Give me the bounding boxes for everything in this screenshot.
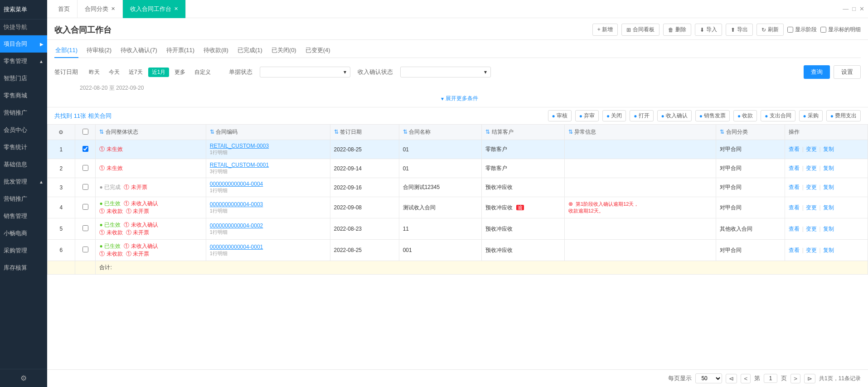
contract-link-3[interactable]: 0000000000004-0004 [210,181,263,187]
filter-tab-pending-confirm[interactable]: 待收入确认(7) [120,44,158,58]
row-check-3[interactable] [75,178,96,197]
sidebar-item-inventory[interactable]: 库存核算 [0,259,47,276]
review-btn[interactable]: ● 审核 [548,110,572,121]
contract-link-1[interactable]: RETAIL_CUSTOM-0003 [210,143,269,149]
import-button[interactable]: ⬇ 导入 [695,24,722,36]
sidebar-item-smart-store[interactable]: 智慧门店 [0,70,47,87]
close-tab-income-workbench[interactable]: ✕ [174,6,178,12]
copy-link-5[interactable]: 复制 [823,226,834,232]
sidebar-quick-nav[interactable]: 快捷导航 [0,19,47,35]
sidebar-search[interactable]: 搜索菜单 [0,0,47,19]
sidebar-item-retail-mall[interactable]: 零售商城 [0,87,47,104]
income-confirm-select[interactable]: ▾ [400,67,491,77]
row-check-6[interactable] [75,240,96,261]
sidebar-item-ecommerce[interactable]: 小畅电商 [0,225,47,242]
new-button[interactable]: + 新增 [592,24,618,36]
sales-invoice-btn[interactable]: ● 销售发票 [695,110,730,121]
date-btn-custom[interactable]: 自定义 [191,68,214,77]
sidebar-item-sales-mgmt[interactable]: 销售管理 [0,208,47,225]
sidebar-item-project[interactable]: 项目合同 ▶ [0,35,47,53]
sidebar-item-retail-stats[interactable]: 零售统计 [0,139,47,156]
date-btn-yesterday[interactable]: 昨天 [85,68,103,77]
copy-link-6[interactable]: 复制 [823,247,834,253]
expand-conditions-btn[interactable]: ▾ 展开更多条件 [441,95,478,102]
filter-tab-completed[interactable]: 已完成(1) [237,44,263,58]
outgoing-btn[interactable]: ● 支出合同 [761,110,795,121]
select-all-checkbox[interactable] [82,129,88,135]
sidebar-item-retail[interactable]: 零售管理 ▲ [0,53,47,70]
date-btn-last1month[interactable]: 近1月 [148,68,170,77]
col-header-index[interactable]: ⚙ [48,125,75,140]
sidebar-item-member[interactable]: 会员中心 [0,121,47,139]
tab-home[interactable]: 首页 [51,0,78,18]
filter-tab-all[interactable]: 全部(11) [54,44,78,58]
gear-icon[interactable]: ⚙ [4,374,44,382]
minimize-btn[interactable]: — [843,5,849,12]
sidebar-item-marketing[interactable]: 营销推广 [0,104,47,121]
contract-link-5[interactable]: 0000000000004-0002 [210,223,263,229]
copy-link-2[interactable]: 复制 [823,165,834,171]
payment-btn[interactable]: ● 收款 [733,110,757,121]
search-button[interactable]: 查询 [804,65,830,79]
filter-tab-closed[interactable]: 已关闭(0) [271,44,297,58]
purchase-btn[interactable]: ● 采购 [799,110,823,121]
view-link-6[interactable]: 查看 [789,247,800,253]
filter-tab-pending-invoice[interactable]: 待开票(11) [165,44,195,58]
export-button[interactable]: ⬆ 导出 [726,24,753,36]
copy-link-3[interactable]: 复制 [823,184,834,190]
copy-link-1[interactable]: 复制 [823,146,834,152]
sidebar-item-purchase[interactable]: 采购管理 [0,242,47,259]
close-btn[interactable]: ✕ [859,5,864,12]
abandon-btn[interactable]: ● 弃审 [575,110,599,121]
last-page-btn[interactable]: ⊳ [804,374,815,383]
view-link-5[interactable]: 查看 [789,226,800,232]
edit-link-2[interactable]: 变更 [806,165,817,171]
edit-link-4[interactable]: 变更 [806,204,817,211]
contract-link-6[interactable]: 0000000000004-0001 [210,244,263,250]
row-check-2[interactable] [75,159,96,178]
date-btn-more[interactable]: 更多 [171,68,189,77]
doc-status-select[interactable]: ▾ [260,67,350,77]
contract-link-4[interactable]: 0000000000004-0003 [210,201,263,208]
filter-tab-changed[interactable]: 已变更(4) [305,44,331,58]
prev-page-btn[interactable]: < [741,374,751,383]
sidebar-item-base-info[interactable]: 基础信息 [0,156,47,173]
tab-income-workbench[interactable]: 收入合同工作台 ✕ [123,0,186,18]
edit-link-1[interactable]: 变更 [806,146,817,152]
row-check-4[interactable] [75,197,96,218]
contract-link-2[interactable]: RETAIL_CUSTOM-0001 [210,162,269,168]
filter-tab-pending-review[interactable]: 待审核(2) [86,44,112,58]
print-btn[interactable]: ● 打开 [630,110,653,121]
next-page-btn[interactable]: > [790,374,800,383]
close-btn2[interactable]: ● 关闭 [602,110,626,121]
page-size-select[interactable]: 50 10 20 100 [695,373,722,383]
edit-link-3[interactable]: 变更 [806,184,817,190]
filter-settings-button[interactable]: 设置 [834,65,861,79]
row-check-1[interactable] [75,140,96,159]
view-link-3[interactable]: 查看 [789,184,800,190]
copy-link-4[interactable]: 复制 [823,204,834,211]
income-confirm-btn[interactable]: ● 收入确认 [657,110,692,121]
date-btn-last7[interactable]: 近7天 [125,68,146,77]
tab-contract-category[interactable]: 合同分类 ✕ [78,0,123,18]
sidebar-item-marketing2[interactable]: 营销推广 [0,190,47,208]
date-btn-today[interactable]: 今天 [105,68,123,77]
col-header-check[interactable] [75,125,96,140]
contract-board-button[interactable]: ⊞ 合同看板 [621,24,659,36]
row-check-5[interactable] [75,218,96,240]
refresh-button[interactable]: ↻ 刷新 [756,24,784,36]
show-stages-checkbox[interactable]: 显示阶段 [787,26,817,34]
view-link-2[interactable]: 查看 [789,165,800,171]
close-tab-contract-category[interactable]: ✕ [111,6,115,12]
view-link-4[interactable]: 查看 [789,204,800,211]
first-page-btn[interactable]: ⊲ [726,374,737,383]
edit-link-6[interactable]: 变更 [806,247,817,253]
expense-btn[interactable]: ● 费用支出 [826,110,861,121]
delete-button[interactable]: 🗑 删除 [663,24,691,36]
edit-link-5[interactable]: 变更 [806,226,817,232]
show-details-checkbox[interactable]: 显示标的明细 [820,26,861,34]
filter-tab-pending-payment[interactable]: 待收款(8) [203,44,229,58]
sidebar-item-wholesale[interactable]: 批发管理 ▲ [0,173,47,190]
maximize-btn[interactable]: □ [852,5,856,12]
view-link-1[interactable]: 查看 [789,146,800,152]
